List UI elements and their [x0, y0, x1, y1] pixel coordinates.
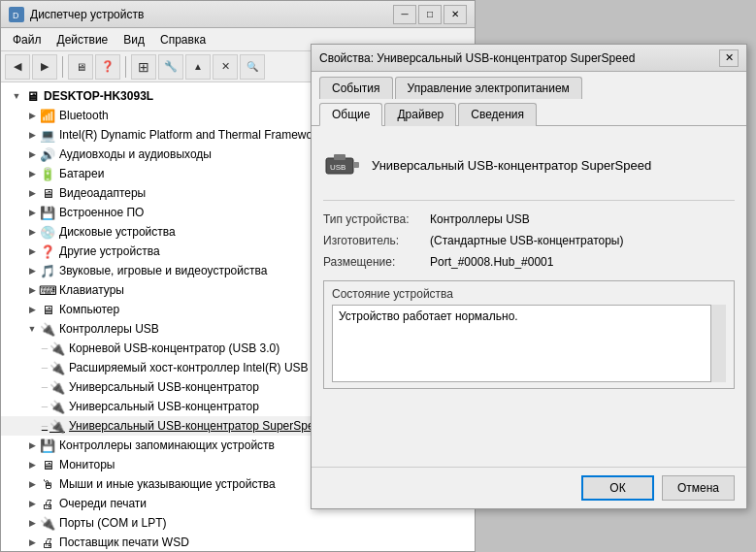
toolbar-refresh[interactable]: ⊞	[131, 54, 156, 80]
keyboards-icon: ⌨	[40, 282, 55, 298]
prop-row-mfg: Изготовитель: (Стандартные USB-концентра…	[323, 234, 735, 247]
prop-type-label: Тип устройства:	[323, 212, 430, 226]
ok-button[interactable]: ОК	[581, 475, 654, 501]
menu-action[interactable]: Действие	[49, 31, 116, 49]
toolbar-sep-1	[62, 56, 63, 78]
sound-expand-icon[interactable]: ▶	[24, 263, 40, 278]
cancel-button[interactable]: Отмена	[662, 475, 735, 501]
toolbar-help[interactable]: ❓	[95, 54, 120, 80]
computer-sub-icon: 🖥	[40, 302, 55, 317]
properties-table: Тип устройства: Контроллеры USB Изготови…	[323, 212, 735, 269]
tab-details[interactable]: Сведения	[458, 103, 537, 126]
firmware-expand-icon[interactable]: ▶	[24, 205, 40, 220]
root-expand-icon[interactable]: ▼	[9, 88, 24, 104]
other-icon: ❓	[40, 244, 55, 259]
tree-item-ports[interactable]: ▶ 🔌 Порты (COM и LPT)	[1, 513, 475, 533]
print-queue-expand-icon[interactable]: ▶	[24, 496, 40, 511]
window-title: Диспетчер устройств	[30, 8, 144, 21]
dialog-title-bar: Свойства: Универсальный USB-концентратор…	[312, 45, 746, 72]
toolbar-delete[interactable]: ✕	[213, 54, 238, 80]
svg-rect-3	[334, 154, 345, 160]
toolbar-back[interactable]: ◀	[5, 54, 30, 80]
toolbar-properties[interactable]: 🔧	[158, 54, 183, 80]
bottom-tab-row: Общие Драйвер Сведения	[312, 98, 746, 126]
close-button[interactable]: ✕	[444, 5, 467, 24]
status-group-label: Состояние устройства	[332, 287, 726, 301]
tab-events[interactable]: События	[319, 77, 393, 99]
ports-icon: 🔌	[40, 515, 55, 531]
ports-expand-icon[interactable]: ▶	[24, 515, 40, 531]
menu-view[interactable]: Вид	[115, 31, 152, 49]
intel-icon: 💻	[40, 127, 55, 143]
intel-expand-icon[interactable]: ▶	[24, 127, 40, 143]
prop-row-location: Размещение: Port_#0008.Hub_#0001	[323, 255, 735, 269]
bluetooth-expand-icon[interactable]: ▶	[24, 108, 40, 123]
status-box-wrapper: Устройство работает нормально.	[332, 305, 726, 382]
mice-icon: 🖱	[40, 476, 55, 492]
other-expand-icon[interactable]: ▶	[24, 244, 40, 259]
maximize-button[interactable]: □	[418, 5, 442, 24]
app-icon: D	[9, 7, 24, 22]
usb-superspeed-icon: 🔌	[49, 418, 65, 434]
print-server-icon: 🖨	[40, 535, 55, 550]
dialog-footer: ОК Отмена	[312, 467, 746, 508]
tab-power[interactable]: Управление электропитанием	[395, 77, 582, 99]
menu-file[interactable]: Файл	[5, 31, 49, 49]
toolbar-sep-2	[125, 56, 126, 78]
toolbar-update-driver[interactable]: ▲	[185, 54, 211, 80]
monitors-expand-icon[interactable]: ▶	[24, 457, 40, 472]
menu-help[interactable]: Справка	[152, 31, 214, 49]
usb-root-icon: 🔌	[49, 341, 65, 356]
status-group: Состояние устройства Устройство работает…	[323, 280, 735, 389]
storage-expand-icon[interactable]: ▶	[24, 438, 40, 453]
usb-ext-expand-icon: ─	[40, 360, 49, 375]
minimize-button[interactable]: ─	[393, 5, 416, 24]
usb-ext-icon: 🔌	[49, 360, 65, 375]
dialog-content: USB Универсальный USB-концентратор Super…	[312, 126, 746, 467]
monitors-icon: 🖥	[40, 457, 55, 472]
toolbar-scan[interactable]: 🔍	[240, 54, 265, 80]
top-tab-row: События Управление электропитанием	[312, 72, 746, 98]
firmware-icon: 💾	[40, 205, 55, 220]
batteries-icon: 🔋	[40, 166, 55, 181]
device-header: USB Универсальный USB-концентратор Super…	[323, 138, 735, 201]
computer-expand-icon[interactable]: ▶	[24, 302, 40, 317]
toolbar-device-manager[interactable]: 🖥	[68, 54, 93, 80]
usb-uni2-icon: 🔌	[49, 399, 65, 414]
tab-driver[interactable]: Драйвер	[384, 103, 456, 126]
batteries-expand-icon[interactable]: ▶	[24, 166, 40, 181]
svg-text:D: D	[13, 11, 19, 20]
usb-uni2-expand-icon: ─	[40, 399, 49, 414]
tree-item-print-server[interactable]: ▶ 🖨 Поставщик печати WSD	[1, 533, 475, 551]
dialog-close-button[interactable]: ✕	[719, 49, 739, 67]
properties-dialog: Свойства: Универсальный USB-концентратор…	[311, 44, 747, 509]
window-controls: ─ □ ✕	[393, 5, 467, 24]
audio-expand-icon[interactable]: ▶	[24, 146, 40, 162]
status-scrollbar[interactable]	[710, 305, 726, 382]
prop-type-value: Контроллеры USB	[430, 212, 530, 226]
print-queue-icon: 🖨	[40, 496, 55, 511]
disks-icon: 💿	[40, 224, 55, 240]
mice-expand-icon[interactable]: ▶	[24, 476, 40, 492]
prop-location-label: Размещение:	[323, 255, 430, 269]
tab-general[interactable]: Общие	[319, 103, 382, 126]
print-server-expand-icon[interactable]: ▶	[24, 535, 40, 550]
usb-superspeed-expand-icon: ─	[40, 418, 49, 434]
audio-icon: 🔊	[40, 146, 55, 162]
storage-icon: 💾	[40, 438, 55, 453]
toolbar-forward[interactable]: ▶	[32, 54, 57, 80]
computer-icon: 🖥	[24, 88, 40, 104]
dialog-title-text: Свойства: Универсальный USB-концентратор…	[319, 51, 635, 65]
svg-rect-4	[353, 162, 359, 168]
title-bar: D Диспетчер устройств ─ □ ✕	[1, 1, 475, 28]
status-text-box[interactable]: Устройство работает нормально.	[332, 305, 726, 382]
usb-controllers-icon: 🔌	[40, 321, 55, 337]
disks-expand-icon[interactable]: ▶	[24, 224, 40, 240]
usb-controllers-expand-icon[interactable]: ▼	[24, 321, 40, 337]
usb-root-expand-icon: ─	[40, 341, 49, 356]
usb-uni1-icon: 🔌	[49, 379, 65, 395]
svg-text:USB: USB	[330, 163, 345, 172]
status-text: Устройство работает нормально.	[339, 309, 518, 323]
video-expand-icon[interactable]: ▶	[24, 185, 40, 201]
prop-row-type: Тип устройства: Контроллеры USB	[323, 212, 735, 226]
